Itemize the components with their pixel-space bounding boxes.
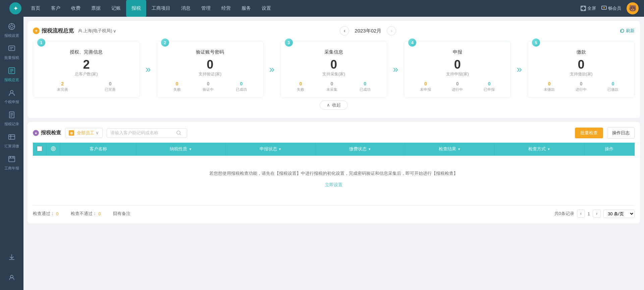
sidebar-item-settlement[interactable]: 汇算清缴 xyxy=(0,130,23,152)
setup-link[interactable]: 立即设置 xyxy=(40,180,628,189)
sidebar-item-personal-tax[interactable]: 个税申报 xyxy=(0,86,23,108)
staff-select[interactable]: ▦ 全部员工 ∨ xyxy=(65,128,103,138)
collapse-bar[interactable]: ∧ 收起 xyxy=(33,98,635,113)
step-4-stat-2: 0 已申报 xyxy=(484,81,495,92)
svg-rect-2 xyxy=(581,6,586,11)
sidebar-item-annual-report[interactable]: 工商年报 xyxy=(0,152,23,174)
spacer-2 xyxy=(105,211,109,217)
step-5-card: 5 缴款 0 支持缴款(家) 0 未缴款 0 进行中 xyxy=(528,41,635,98)
step-5-count: 0 xyxy=(533,58,629,71)
sidebar-location[interactable] xyxy=(0,267,23,287)
nav-business[interactable]: 工商项目 xyxy=(146,0,176,17)
th-tax-type: 纳税性质 ▼ xyxy=(136,143,226,156)
refresh-btn[interactable]: 刷新 xyxy=(620,28,635,34)
filter-icon-2[interactable]: ▼ xyxy=(278,147,282,151)
nav-accounting[interactable]: 记账 xyxy=(106,0,126,17)
step-5-stats: 0 未缴款 0 进行中 0 已缴款 xyxy=(533,81,629,92)
nav-manage[interactable]: 管理 xyxy=(196,0,216,17)
location-tag[interactable]: 上海(电子税局) ∨ xyxy=(78,28,116,34)
step-5-stat-0: 0 未缴款 xyxy=(544,81,555,92)
filter-icon-3[interactable]: ▼ xyxy=(368,147,371,151)
month-text: 2023年02月 xyxy=(355,28,381,34)
batch-check-button[interactable]: 批量检查 xyxy=(575,128,603,138)
step-3-num: 3 xyxy=(285,39,293,47)
sidebar-item-tax-record[interactable]: 报税记录 xyxy=(0,108,23,130)
step-1-count: 2 xyxy=(39,58,134,71)
top-navigation: ✦ 首页 客户 收费 票据 记账 报税 工商项目 消息 管理 经营 服务 设置 … xyxy=(0,0,644,17)
svg-point-36 xyxy=(53,148,54,149)
fullscreen-btn[interactable]: 全屏 xyxy=(581,5,596,11)
sidebar-item-tax-overview[interactable]: 报税总览 xyxy=(0,64,23,86)
operation-log-button[interactable]: 操作日志 xyxy=(607,127,635,139)
nav-settings[interactable]: 设置 xyxy=(256,0,276,17)
sidebar-item-batch-tax[interactable]: 批量报税 xyxy=(0,42,23,64)
pass-count[interactable]: 0 xyxy=(56,211,58,216)
user-avatar[interactable]: 🐻 xyxy=(627,2,639,14)
sidebar-download[interactable] xyxy=(0,247,23,267)
check-footer: 检查通过： 0 检查不通过： 0 囧有备注 共0条记录 ‹ 1 › 30 条/页… xyxy=(33,205,635,218)
table-wrapper: 客户名称 纳税性质 ▼ 申报状态 xyxy=(33,143,635,203)
tax-check-section: ● 报税检查 ▦ 全部员工 ∨ 批量检查 操作日志 xyxy=(28,122,640,223)
check-header: ● 报税检查 ▦ 全部员工 ∨ 批量检查 操作日志 xyxy=(33,127,635,139)
nav-invoice[interactable]: 票据 xyxy=(86,0,106,17)
prev-page-btn[interactable]: ‹ xyxy=(577,210,585,218)
nav-operation[interactable]: 经营 xyxy=(216,0,236,17)
staff-dropdown-icon: ∨ xyxy=(96,130,99,135)
sidebar-label-settlement: 汇算清缴 xyxy=(4,144,19,149)
nav-service[interactable]: 服务 xyxy=(236,0,256,17)
filter-icon-4[interactable]: ▼ xyxy=(458,147,461,151)
flow-title: + 报税流程总览 xyxy=(33,27,74,34)
select-all-checkbox[interactable] xyxy=(37,146,42,151)
prev-month-btn[interactable]: ‹ xyxy=(340,26,349,35)
svg-point-18 xyxy=(10,90,13,93)
svg-line-34 xyxy=(180,134,181,135)
table-settings-icon[interactable] xyxy=(51,146,56,151)
sidebar-label-personal-tax: 个税申报 xyxy=(4,99,19,104)
step-2-stats: 0 失败 0 验证中 0 已成功 xyxy=(162,81,258,92)
plus-icon: + xyxy=(33,27,40,34)
step-5-stat-2: 0 已缴款 xyxy=(607,81,619,92)
per-page-select[interactable]: 30 条/页50 条/页100 条/页 xyxy=(603,210,635,218)
step-3-count: 0 xyxy=(286,58,382,71)
step-4-stats: 0 未申报 0 进行中 0 已申报 xyxy=(410,81,505,92)
app-logo[interactable]: ✦ xyxy=(5,2,25,14)
filter-icon-1[interactable]: ▼ xyxy=(189,147,192,151)
month-nav: ‹ 2023年02月 › xyxy=(340,26,396,35)
main-content: + 报税流程总览 上海(电子税局) ∨ ‹ 2023年02月 › xyxy=(23,17,644,290)
next-page-btn[interactable]: › xyxy=(593,210,601,218)
step-3-stat-0: 0 失败 xyxy=(297,81,304,92)
step-2-stat-1: 0 验证中 xyxy=(203,81,214,92)
annual-report-icon xyxy=(8,155,15,164)
nav-message[interactable]: 消息 xyxy=(176,0,196,17)
step-2-count: 0 xyxy=(162,58,258,71)
svg-point-4 xyxy=(603,7,605,8)
member-btn[interactable]: 畅会员 xyxy=(601,5,621,11)
nav-tax[interactable]: 报税 xyxy=(126,0,146,17)
step-1-stat-0: 2 未完善 xyxy=(57,81,68,92)
total-records: 共0条记录 xyxy=(554,211,574,217)
tax-record-icon xyxy=(8,111,15,120)
nav-fee[interactable]: 收费 xyxy=(66,0,86,17)
top-nav-right: 全屏 畅会员 🐻 xyxy=(581,2,639,14)
collapse-btn[interactable]: ∧ 收起 xyxy=(320,100,348,110)
search-box xyxy=(107,128,187,138)
next-month-btn[interactable]: › xyxy=(387,26,396,35)
svg-rect-11 xyxy=(9,46,15,51)
step-2-stat-0: 0 失败 xyxy=(173,81,181,92)
nav-home[interactable]: 首页 xyxy=(25,0,46,17)
filter-icon-5[interactable]: ▼ xyxy=(547,147,550,151)
search-input[interactable] xyxy=(110,130,174,135)
search-icon[interactable] xyxy=(176,130,181,136)
sidebar-item-tax-settings[interactable]: 报税设置 xyxy=(0,19,23,42)
step-3-stat-2: 0 已成功 xyxy=(360,81,371,92)
th-pay-status: 缴费状态 ▼ xyxy=(315,143,405,156)
step-5-title: 缴款 xyxy=(533,47,629,55)
step-2-card: 2 验证账号密码 0 支持验证(家) 0 失败 0 验证中 xyxy=(157,41,264,98)
th-declare-status: 申报状态 ▼ xyxy=(226,143,315,156)
th-settings xyxy=(47,143,60,156)
svg-text:✦: ✦ xyxy=(13,6,18,11)
sidebar-label-tax-settings: 报税设置 xyxy=(4,33,19,38)
fail-count[interactable]: 0 xyxy=(98,211,101,216)
fail-label: 检查不通过： xyxy=(71,211,97,217)
nav-client[interactable]: 客户 xyxy=(46,0,66,17)
